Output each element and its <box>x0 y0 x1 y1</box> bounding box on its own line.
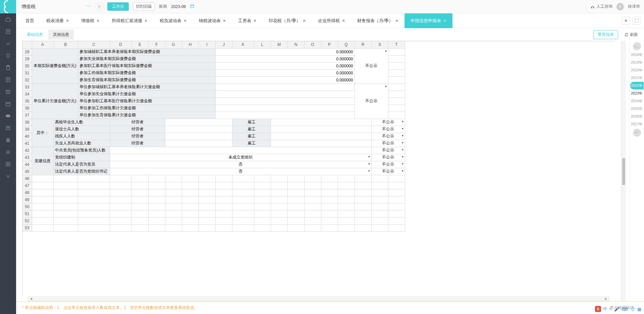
year-option[interactable]: 2025年 <box>630 105 644 113</box>
cell[interactable] <box>321 224 338 231</box>
nav-chart-icon[interactable] <box>0 38 16 50</box>
value-cell[interactable] <box>165 140 232 147</box>
publish-select-cell[interactable]: 不公示 <box>371 154 405 161</box>
cell[interactable] <box>148 203 165 210</box>
cell[interactable] <box>371 210 388 217</box>
tab-item[interactable]: 税负波动表✕ <box>154 13 193 28</box>
col-header[interactable]: T <box>388 41 405 48</box>
cell[interactable] <box>271 189 287 196</box>
publish-select-cell[interactable]: 不公示 <box>371 119 405 126</box>
cell[interactable] <box>148 217 165 224</box>
col-header[interactable]: H <box>182 41 199 48</box>
tab-close-icon[interactable]: ✕ <box>66 18 69 23</box>
value-cell[interactable] <box>215 112 355 119</box>
cell[interactable] <box>78 189 110 196</box>
col-header[interactable]: Q <box>338 41 355 48</box>
publish-select-cell[interactable]: 不公示 <box>371 126 405 133</box>
value-cell[interactable]: 0.000000 <box>215 48 355 55</box>
col-header[interactable]: P <box>321 41 338 48</box>
publish-select-cell[interactable]: 不公示 <box>355 48 388 83</box>
col-header[interactable]: D <box>110 41 131 48</box>
col-header[interactable]: G <box>165 41 182 48</box>
row-header[interactable]: 49 <box>22 196 32 203</box>
cell[interactable] <box>388 55 405 62</box>
cell[interactable] <box>78 203 110 210</box>
cell[interactable] <box>215 210 232 217</box>
tab-item[interactable]: 税表清册✕ <box>40 13 75 28</box>
cell[interactable] <box>388 98 405 105</box>
cell[interactable] <box>182 182 199 189</box>
cell[interactable] <box>32 224 53 231</box>
cell[interactable] <box>78 210 110 217</box>
tab-close-icon[interactable]: ✕ <box>223 18 226 23</box>
cell[interactable] <box>254 196 271 203</box>
help-link[interactable]: 人工咨询 <box>590 4 612 9</box>
cell[interactable] <box>338 189 355 196</box>
tabs-close-all-icon[interactable]: ✕ <box>622 17 630 25</box>
cell[interactable] <box>304 182 321 189</box>
value-cell[interactable]: 否 <box>110 168 371 175</box>
cell[interactable] <box>32 196 53 203</box>
nav-doc-icon[interactable] <box>0 25 16 38</box>
nav-v-icon[interactable] <box>0 170 16 182</box>
cell[interactable] <box>271 203 287 210</box>
year-option[interactable]: 2024年 <box>630 97 644 105</box>
row-header[interactable]: 50 <box>22 203 32 210</box>
cell[interactable] <box>199 196 215 203</box>
cell[interactable] <box>165 196 182 203</box>
tab-item[interactable]: 财务报表（月/季）✕ <box>351 13 405 28</box>
row-header[interactable]: 35 <box>22 98 32 105</box>
value-cell[interactable] <box>215 90 355 98</box>
value-cell[interactable]: 未成立党组织 <box>110 154 371 161</box>
cell[interactable] <box>182 203 199 210</box>
year-option[interactable]: 2022年 <box>630 82 644 89</box>
cell[interactable] <box>110 175 131 182</box>
cell[interactable] <box>215 175 232 182</box>
row-header[interactable]: 46 <box>22 175 32 182</box>
row-header[interactable]: 29 <box>22 55 32 62</box>
cell[interactable] <box>53 175 78 182</box>
cell[interactable] <box>321 210 338 217</box>
cell[interactable] <box>232 196 254 203</box>
cell[interactable] <box>304 175 321 182</box>
col-header[interactable]: C <box>78 41 110 48</box>
cell[interactable] <box>355 196 371 203</box>
col-header[interactable]: L <box>254 41 271 48</box>
cell[interactable] <box>110 182 131 189</box>
row-header[interactable]: 42 <box>22 147 32 154</box>
cell[interactable] <box>254 175 271 182</box>
ime-kbd-icon[interactable]: ⌨ <box>622 307 628 312</box>
cell[interactable] <box>388 196 405 203</box>
cell[interactable] <box>78 217 110 224</box>
publish-select-cell[interactable]: 不公示 <box>371 161 405 168</box>
cell[interactable] <box>148 182 165 189</box>
cell[interactable] <box>321 182 338 189</box>
sheet-corner[interactable] <box>22 41 32 48</box>
tab-close-icon[interactable]: ✕ <box>303 18 306 23</box>
cell[interactable] <box>182 175 199 182</box>
cell[interactable] <box>110 189 131 196</box>
cell[interactable] <box>271 217 287 224</box>
cell[interactable] <box>371 182 388 189</box>
cell[interactable] <box>338 203 355 210</box>
tab-close-icon[interactable]: ✕ <box>443 18 446 23</box>
cell[interactable] <box>321 189 338 196</box>
reset-report-button[interactable]: 重置报表 <box>593 30 618 39</box>
cell[interactable] <box>287 175 304 182</box>
cell[interactable] <box>53 217 78 224</box>
row-header[interactable]: 32 <box>22 76 32 83</box>
year-next-icon[interactable]: ﹀ <box>633 129 641 137</box>
nav-text-icon[interactable] <box>0 86 16 98</box>
row-header[interactable]: 31 <box>22 69 32 76</box>
cell[interactable] <box>355 210 371 217</box>
cell[interactable] <box>232 217 254 224</box>
ime-grid-icon[interactable]: ▦ <box>637 307 641 312</box>
tab-close-icon[interactable]: ✕ <box>342 18 345 23</box>
cell[interactable] <box>215 224 232 231</box>
cell[interactable] <box>371 189 388 196</box>
cell[interactable] <box>388 90 405 98</box>
year-option[interactable]: 2023年 <box>630 89 644 97</box>
cell[interactable] <box>371 175 388 182</box>
cell[interactable] <box>32 203 53 210</box>
cell[interactable] <box>165 210 182 217</box>
